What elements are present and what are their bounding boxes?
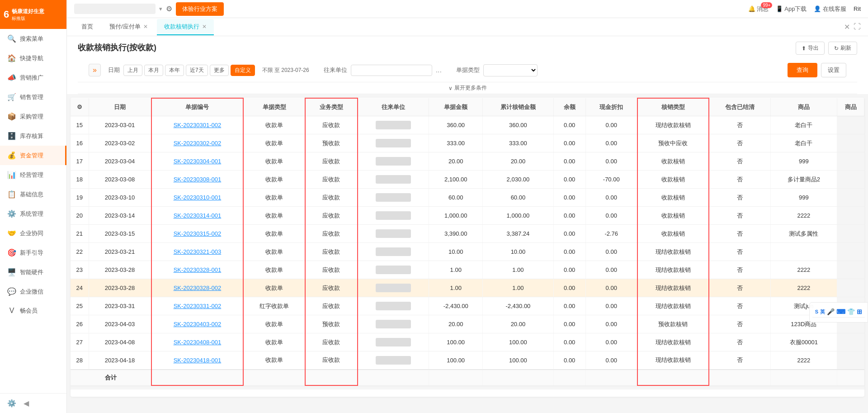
sidebar-item-guide[interactable]: 🎯 新手引导 [0,243,66,262]
sidebar-item-wechat[interactable]: 💬 企业微信 [0,282,66,301]
cell-accum-amount: 3,387.24 [483,225,554,243]
doc-no-link[interactable]: SK-20230310-001 [174,194,222,201]
doc-no-link[interactable]: SK-20230328-001 [174,266,222,273]
breadcrumb-input[interactable] [74,4,156,14]
cell-include-settled: 否 [709,116,770,134]
sidebar-item-marketing[interactable]: 📣 营销推广 [0,68,66,87]
tab-expand-icon[interactable]: ⛶ [854,23,861,31]
filter-bar: » 日期 上月 本月 本年 近7天 更多 自定义 [78,58,857,82]
sidebar-item-system[interactable]: ⚙️ 系统管理 [0,204,66,223]
cell-biz-type: 应收款 [305,279,357,297]
doc-no-link[interactable]: SK-20230301-002 [174,122,222,128]
partner-input[interactable] [351,65,432,76]
cell-cash-discount: 0.00 [585,261,637,279]
tab-payable[interactable]: 预付/应付单 ✕ [102,19,155,35]
refresh-btn[interactable]: ↻ 刷新 [828,42,857,55]
cell-balance: 0.00 [553,225,585,243]
tab-collection-close[interactable]: ✕ [202,24,207,30]
date-btn-more[interactable]: 更多 [210,65,229,76]
table-row: 21 2023-03-15 SK-20230315-002 收款单 应收款 ██… [71,225,864,243]
th-gear[interactable]: ⚙ [71,98,89,116]
shirt-icon[interactable]: 👕 [847,308,855,315]
cell-balance: 0.00 [553,297,585,315]
date-btn-custom[interactable]: 自定义 [231,65,255,76]
sidebar-item-search[interactable]: 🔍 搜索菜单 [0,29,66,48]
doc-no-link[interactable]: SK-20230314-001 [174,212,222,219]
cell-accum-amount: -2,430.00 [483,297,554,315]
user-name: Rit [854,5,861,12]
wechat-icon: 💬 [7,287,16,296]
doc-no-link[interactable]: SK-20230328-002 [174,285,222,291]
keyboard-icon[interactable]: ⌨ [836,308,845,315]
doc-no-link[interactable]: SK-20230418-001 [174,357,222,364]
tab-home[interactable]: 首页 [74,19,100,35]
doc-no-link[interactable]: SK-20230308-001 [174,176,222,183]
export-btn[interactable]: ⬆ 导出 [796,42,825,55]
doc-no-link[interactable]: SK-20230321-003 [174,248,222,255]
doc-no-link[interactable]: SK-20230302-002 [174,140,222,147]
sidebar-item-enterprise[interactable]: 🤝 企业协同 [0,223,66,243]
app-logo: 6 畅康道好生意 标推版 [0,0,66,29]
table-row: 23 2023-03-28 SK-20230328-001 收款单 应收款 ██… [71,261,864,279]
filter-expand-arrow[interactable]: » [89,64,101,76]
cell-cash-discount: 0.00 [585,243,637,261]
app-download-link[interactable]: 📱 App下载 [776,5,807,13]
header-gear-icon[interactable]: ⚙ [166,5,172,13]
cell-cash-discount: 0.00 [585,315,637,333]
grid-icon[interactable]: ⊞ [857,308,862,315]
table-scroll-container[interactable]: ⚙ 日期 单据编号 单据类型 业务类型 往来单位 单据金额 累计核销金额 余额 … [71,98,864,386]
sidebar-item-member[interactable]: V 畅会员 [0,301,66,320]
date-btn-this-month[interactable]: 本月 [144,65,163,76]
cell-doc-type: 收款单 [243,134,305,152]
sidebar-item-inventory[interactable]: 🗄️ 库存核算 [0,126,66,146]
sidebar-item-hardware[interactable]: 🖥️ 智能硬件 [0,262,66,282]
date-btn-7days[interactable]: 近7天 [186,65,208,76]
table-header: ⚙ 日期 单据编号 单据类型 业务类型 往来单位 单据金额 累计核销金额 余额 … [71,98,864,116]
query-btn[interactable]: 查询 [788,63,817,77]
tab-collection-exec[interactable]: 收款核销执行 ✕ [157,19,214,35]
sidebar-item-basics[interactable]: 📋 基础信息 [0,185,66,204]
cell-balance: 0.00 [553,333,585,351]
sales-icon: 🛒 [7,93,16,101]
cell-date: 2023-03-14 [89,207,151,225]
bottom-settings-icon[interactable]: ⚙️ [7,399,16,408]
sidebar-item-sales[interactable]: 🛒 销售管理 [0,87,66,107]
cell-row-no: 19 [71,189,89,207]
filter-settings-btn[interactable]: 设置 [821,63,846,77]
sidebar-item-label: 基础信息 [20,190,43,199]
sidebar-item-operations[interactable]: 📊 经营管理 [0,165,66,185]
inventory-icon: 🗄️ [7,132,16,140]
notification-area[interactable]: 🔔 消息 99+ [748,5,769,13]
mic-icon[interactable]: 🎤 [827,308,835,315]
cell-doc-no: SK-20230331-002 [151,297,244,315]
dropdown-arrow-icon[interactable]: ▾ [159,5,162,12]
online-service-link[interactable]: 👤 在线客服 [814,5,846,13]
more-options-icon[interactable]: ... [436,66,442,74]
doc-no-link[interactable]: SK-20230408-001 [174,339,222,346]
industry-btn[interactable]: 体验行业方案 [176,2,224,16]
cell-cash-discount: 0.00 [585,189,637,207]
bottom-collapse-icon[interactable]: ◀ [24,399,29,408]
filter-actions: 查询 设置 [788,63,846,77]
guide-icon: 🎯 [7,248,16,257]
footer-doc-type [243,370,305,386]
cell-partner: ██ [358,189,429,207]
expand-conditions-btn[interactable]: ∨ 展开更多条件 [448,84,487,92]
horizontal-scrollbar[interactable] [71,386,864,389]
sidebar-item-quick-nav[interactable]: 🏠 快捷导航 [0,48,66,68]
doc-no-link[interactable]: SK-20230403-002 [174,321,222,328]
doc-no-link[interactable]: SK-20230304-001 [174,158,222,165]
sidebar-item-finance[interactable]: 💰 资金管理 [0,146,66,165]
tab-close-all-icon[interactable]: ✕ [844,23,850,31]
doc-type-select[interactable] [483,64,538,76]
sidebar-item-purchase[interactable]: 📦 采购管理 [0,107,66,126]
footer-biz-type [305,370,357,386]
doc-no-link[interactable]: SK-20230315-002 [174,230,222,237]
export-icon: ⬆ [802,45,806,52]
tab-payable-close[interactable]: ✕ [143,24,148,30]
table-row: 17 2023-03-04 SK-20230304-001 收款单 应收款 ██… [71,152,864,171]
date-btn-this-year[interactable]: 本年 [165,65,184,76]
doc-no-link[interactable]: SK-20230331-002 [174,303,222,309]
date-range-text: 不限 至 2023-07-26 [262,66,309,74]
date-btn-last-month[interactable]: 上月 [123,65,142,76]
